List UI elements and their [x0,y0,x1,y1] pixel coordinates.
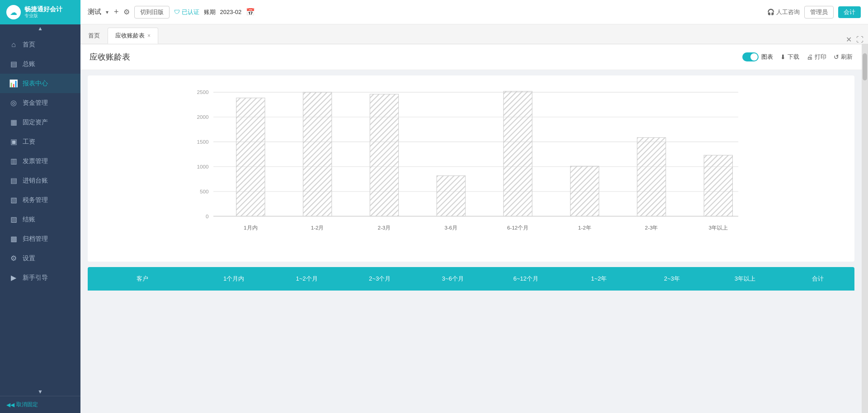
headset-icon: 🎧 [767,9,774,15]
refresh-icon: ↺ [834,53,839,61]
col-6-12month: 6~12个月 [489,275,562,283]
page-title: 应收账龄表 [90,52,130,62]
sidebar-item-reports[interactable]: 📊 报表中心 [0,74,80,93]
tab-aging[interactable]: 应收账龄表 × [108,28,158,44]
assets-icon: ▦ [9,118,18,127]
accountant-button[interactable]: 会计 [838,6,861,18]
ledger-icon: ▤ [9,60,18,68]
sidebar-item-archive[interactable]: ▩ 归档管理 [0,229,80,249]
tab-close-icon[interactable]: × [147,33,151,39]
bar-6-12个月 [504,91,532,216]
shield-icon: 🛡 [174,9,180,15]
bar-2-3年 [637,137,665,216]
svg-text:1000: 1000 [197,164,209,169]
sidebar-item-assets[interactable]: ▦ 固定资产 [0,113,80,132]
bar-2-3月 [370,94,398,216]
sidebar-item-guide[interactable]: ▶ 新手引导 [0,268,80,287]
sidebar-item-label: 资金管理 [23,99,48,107]
sidebar-item-label: 税务管理 [23,196,48,204]
switch-old-version-button[interactable]: 切到旧版 [134,6,170,19]
sidebar-item-funds[interactable]: ◎ 资金管理 [0,93,80,113]
svg-text:2-3年: 2-3年 [645,225,658,230]
print-icon: 🖨 [807,53,813,61]
tab-home[interactable]: 首页 [80,28,108,44]
home-icon: ⌂ [9,41,18,49]
bar-3年以上 [704,155,732,216]
sidebar-item-label: 工资 [23,138,35,146]
calendar-icon[interactable]: 📅 [246,8,255,16]
aging-chart: 0 500 1000 1500 2000 2500 [95,83,847,254]
download-icon: ⬇ [780,53,786,61]
sidebar-item-closing[interactable]: ▨ 结账 [0,210,80,229]
sidebar-item-label: 归档管理 [23,235,48,243]
chart-toggle-label: 图表 [761,53,773,61]
chart-container: 0 500 1000 1500 2000 2500 [95,83,847,254]
refresh-button[interactable]: ↺ 刷新 [834,53,853,61]
scrollbar-thumb[interactable] [863,53,867,80]
expand-window-icon[interactable]: ⛶ [856,36,863,44]
sidebar-item-tax[interactable]: ▧ 税务管理 [0,190,80,210]
scrollbar-track[interactable] [862,44,868,413]
svg-text:2-3月: 2-3月 [377,225,391,230]
sidebar-scroll-up[interactable]: ▲ [0,24,80,33]
col-1-2year: 1~2年 [562,275,636,283]
consult-button[interactable]: 🎧 人工咨询 [767,8,800,16]
invoices-icon: ▥ [9,157,18,165]
col-3-6month: 3~6个月 [416,275,490,283]
inventory-icon: ▤ [9,176,18,185]
tab-actions: ✕ ⛶ [846,35,868,44]
download-label: 下载 [788,53,799,61]
sidebar-item-settings[interactable]: ⚙ 设置 [0,249,80,268]
sidebar-item-label: 首页 [23,41,35,49]
sidebar-logo: ☁ 畅捷通好会计 专业版 [0,0,80,24]
col-customer: 客户 [88,275,197,283]
col-total: 合计 [782,275,855,283]
settings-icon: ⚙ [9,254,18,263]
app-edition: 专业版 [24,13,62,19]
consult-label: 人工咨询 [776,8,800,16]
sidebar-item-ledger[interactable]: ▤ 总账 [0,54,80,74]
company-settings-icon[interactable]: ⚙ [123,8,130,16]
sidebar-item-label: 报表中心 [23,80,48,88]
certified-label: 已认证 [182,8,199,16]
print-button[interactable]: 🖨 打印 [807,53,826,61]
sidebar-item-payroll[interactable]: ▣ 工资 [0,132,80,151]
sidebar-logo-text-group: 畅捷通好会计 专业版 [24,5,62,19]
chart-section: 0 500 1000 1500 2000 2500 [88,75,854,262]
app-logo-icon: ☁ [6,5,21,19]
sidebar-item-label: 新手引导 [23,274,48,282]
col-2-3year: 2~3年 [635,275,708,283]
add-company-button[interactable]: + [114,7,119,17]
svg-text:1-2月: 1-2月 [311,225,324,230]
archive-icon: ▩ [9,235,18,243]
closing-icon: ▨ [9,215,18,224]
sidebar-item-label: 发票管理 [23,157,48,165]
download-button[interactable]: ⬇ 下载 [780,53,799,61]
reports-icon: 📊 [9,79,18,88]
pin-icon: ◀◀ [6,402,14,408]
tax-icon: ▧ [9,196,18,204]
tab-home-label: 首页 [88,32,100,40]
chart-toggle[interactable] [742,52,759,61]
sidebar-item-home[interactable]: ⌂ 首页 [0,35,80,54]
sidebar-nav: ⌂ 首页 ▤ 总账 📊 报表中心 ◎ 资金管理 ▦ 固定资产 ▣ 工资 ▥ 发票… [0,33,80,388]
tab-aging-label: 应收账龄表 [115,32,145,40]
bar-1月内 [236,98,265,216]
sidebar-item-inventory[interactable]: ▤ 进销台账 [0,171,80,190]
sidebar-item-label: 结账 [23,216,35,224]
page-header: 应收账龄表 图表 ⬇ 下载 🖨 打印 [80,44,862,70]
guide-icon: ▶ [9,273,18,282]
funds-icon: ◎ [9,99,18,107]
sidebar-item-invoices[interactable]: ▥ 发票管理 [0,151,80,171]
manager-button[interactable]: 管理员 [804,6,834,19]
print-label: 打印 [815,53,826,61]
svg-text:1500: 1500 [197,139,209,145]
svg-text:3年以上: 3年以上 [709,225,728,230]
chart-toggle-group: 图表 [742,52,773,61]
sidebar-scroll-down[interactable]: ▼ [0,388,80,396]
sidebar-item-label: 设置 [23,254,35,263]
cancel-fixed-button[interactable]: ◀◀ 取消固定 [0,396,80,413]
col-3yearplus: 3年以上 [708,275,782,283]
company-dropdown-icon[interactable]: ▾ [106,9,108,15]
close-window-icon[interactable]: ✕ [846,35,852,44]
